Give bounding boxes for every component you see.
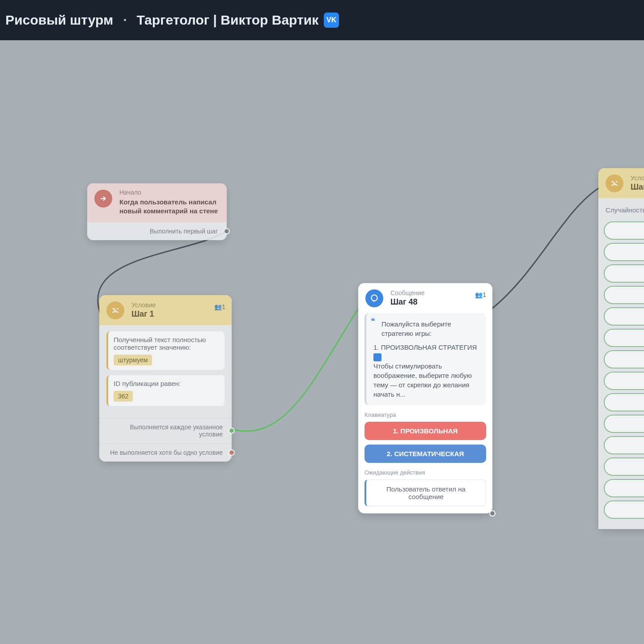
- connection-wires: [0, 40, 644, 644]
- msg-bubble[interactable]: ❝ Пожалуйста выберите стратегию игры: 1.…: [364, 313, 486, 405]
- msg-body: ❝ Пожалуйста выберите стратегию игры: 1.…: [358, 313, 492, 513]
- cond2-pill-list: 2.2222222.222.222.222.222.222.222.222.22…: [604, 221, 644, 519]
- start-foot: Выполнить первый шаг: [87, 222, 227, 240]
- account-name[interactable]: Таргетолог | Виктор Вартик: [137, 13, 319, 28]
- cond1-title: Шаг 1: [131, 309, 225, 319]
- start-node-header: Начало Когда пользователь написал новый …: [87, 183, 227, 222]
- start-title: Когда пользователь написал новый коммент…: [119, 198, 220, 216]
- shuffle-icon: [106, 301, 124, 319]
- start-node[interactable]: Начало Когда пользователь написал новый …: [87, 183, 227, 240]
- cond2-subhead: Случайность: [604, 203, 644, 218]
- cond2-pill[interactable]: 2.22: [604, 329, 644, 347]
- flow-canvas[interactable]: Начало Когда пользователь написал новый …: [0, 40, 644, 644]
- project-title[interactable]: Рисовый штурм: [5, 13, 113, 28]
- msg-line-1: Чтобы стимулировать воображение, выберит…: [373, 361, 479, 380]
- cond1-true-port[interactable]: [229, 428, 235, 434]
- cond2-pill[interactable]: 2.22: [604, 286, 644, 304]
- cond1-false-row: Не выполняется хотя бы одно условие: [99, 443, 232, 462]
- cond1-rule1-value: штурмуем: [114, 355, 152, 365]
- msg-output-port[interactable]: [489, 510, 496, 517]
- cond1-true-row: Выполняется каждое указанное условие: [99, 418, 232, 443]
- cond1-rule-2[interactable]: ID публикации равен: 362: [106, 375, 225, 406]
- cond1-rule2-value: 362: [114, 391, 133, 402]
- msg-line-0: 1. ПРОИЗВОЛЬНАЯ СТРАТЕГИЯ: [373, 343, 479, 361]
- svg-point-0: [371, 295, 377, 301]
- cond1-false-label: Не выполняется хотя бы одно условие: [110, 449, 223, 456]
- cond2-pill[interactable]: 2.22: [604, 243, 644, 261]
- cond2-pill[interactable]: 2.222222: [604, 221, 644, 240]
- msg-header: Сообщение Шаг 48 👥1: [358, 283, 492, 313]
- cond1-rule1-text: Полученный текст полностью соответствует…: [114, 336, 219, 351]
- cond1-header: Условие Шаг 1 👥1: [99, 295, 232, 325]
- msg-type-label: Сообщение: [390, 289, 485, 297]
- vk-icon[interactable]: VK: [324, 13, 339, 28]
- keyboard-button-2[interactable]: 2. СИСТЕМАТИЧЕСКАЯ: [364, 445, 486, 463]
- start-icon: [94, 190, 112, 208]
- msg-line-2: тему — от скрепки до желания начать н...: [373, 380, 479, 399]
- cond2-pill[interactable]: 2.22: [604, 307, 644, 326]
- cond2-pill[interactable]: 2.22: [604, 479, 644, 497]
- start-type-label: Начало: [119, 189, 220, 196]
- cond2-title: Шаг 2: [631, 182, 644, 192]
- cond1-false-port[interactable]: [229, 449, 235, 456]
- cond2-header: Условие Шаг 2: [598, 168, 644, 198]
- cond2-pill[interactable]: 2.22: [604, 436, 644, 454]
- topbar: Рисовый штурм · Таргетолог | Виктор Варт…: [0, 0, 644, 40]
- keyboard-button-1[interactable]: 1. ПРОИЗВОЛЬНАЯ: [364, 422, 486, 440]
- msg-meta: 👥1: [475, 291, 486, 298]
- shuffle-icon: [606, 174, 623, 192]
- message-node[interactable]: Сообщение Шаг 48 👥1 ❝ Пожалуйста выберит…: [358, 283, 492, 513]
- cond1-type-label: Условие: [131, 301, 225, 309]
- pending-label: Ожидающие действия: [364, 469, 486, 476]
- pending-action[interactable]: Пользователь ответил на сообщение: [364, 479, 486, 506]
- cond2-pill[interactable]: 2.22: [604, 393, 644, 411]
- cond2-pill[interactable]: 2.22: [604, 350, 644, 369]
- msg-title: Шаг 48: [390, 297, 485, 307]
- cond2-body: Случайность 2.2222222.222.222.222.222.22…: [598, 198, 644, 529]
- cond1-meta: 👥1: [214, 303, 225, 310]
- cond1-body: Полученный текст полностью соответствует…: [99, 325, 232, 418]
- cond2-type-label: Условие: [631, 174, 644, 182]
- chat-icon: [365, 289, 383, 307]
- condition-node-2[interactable]: Условие Шаг 2 Случайность 2.2222222.222.…: [598, 168, 644, 529]
- cond2-pill[interactable]: 2.22: [604, 372, 644, 390]
- cond1-rule2-text: ID публикации равен:: [114, 380, 219, 387]
- cond1-rule-1[interactable]: Полученный текст полностью соответствует…: [106, 331, 225, 370]
- start-output-port[interactable]: [224, 228, 230, 234]
- keyboard-label: Клавиатура: [364, 411, 486, 418]
- cond2-pill[interactable]: 2.22: [604, 500, 644, 519]
- cond1-true-label: Выполняется каждое указанное условие: [130, 424, 223, 438]
- cond2-pill[interactable]: 2.22: [604, 415, 644, 433]
- condition-node-1[interactable]: Условие Шаг 1 👥1 Полученный текст полнос…: [99, 295, 232, 462]
- quote-icon: ❝: [371, 316, 375, 327]
- start-foot-label: Выполнить первый шаг: [150, 228, 218, 235]
- cond2-pill[interactable]: 2.22: [604, 458, 644, 476]
- separator-dot: ·: [123, 13, 127, 28]
- shuffle-emoji-icon: [373, 353, 381, 361]
- cond1-foot: Выполняется каждое указанное условие Не …: [99, 418, 232, 462]
- cond2-pill[interactable]: 2.22: [604, 264, 644, 283]
- msg-ask: Пожалуйста выберите стратегию игры:: [381, 319, 479, 338]
